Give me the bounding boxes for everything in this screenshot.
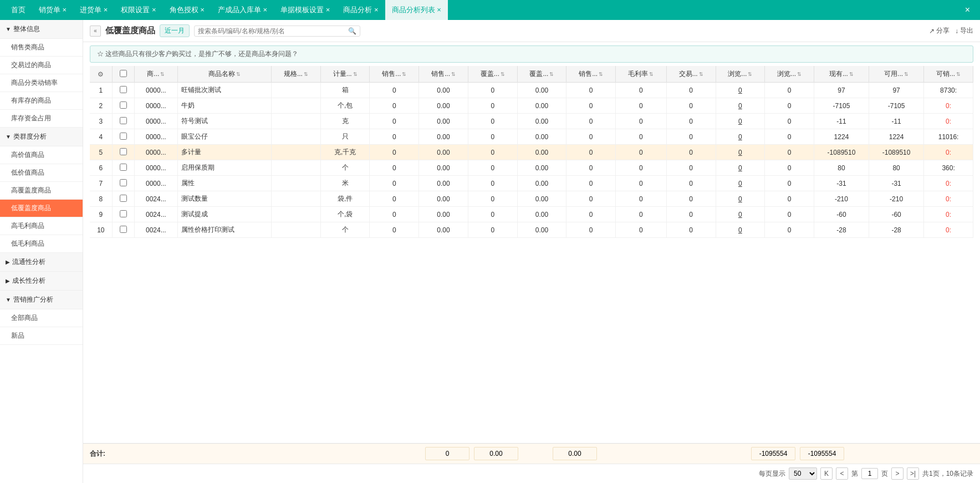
col-spec[interactable]: 规格...⇅ (272, 66, 321, 83)
col-unit[interactable]: 计量...⇅ (320, 66, 370, 83)
row-sales1: 0 (370, 145, 419, 160)
sidebar-item-all-goods[interactable]: 全部商品 (0, 309, 83, 327)
row-spec (272, 129, 321, 145)
row-checkbox[interactable] (112, 207, 134, 222)
nav-home[interactable]: 首页 (4, 0, 32, 20)
sidebar-item-sales-goods[interactable]: 销售类商品 (0, 39, 83, 57)
row-checkbox[interactable] (112, 222, 134, 238)
nav-permissions[interactable]: 权限设置 × (114, 0, 162, 20)
row-name: 牛奶 (177, 98, 272, 114)
totals-cover2: 0.00 (553, 447, 597, 460)
page-number-input[interactable] (861, 468, 878, 479)
sidebar-item-high-value[interactable]: 高价值商品 (0, 146, 83, 164)
row-browse1[interactable]: 0 (716, 222, 765, 238)
nav-roles[interactable]: 角色授权 × (163, 0, 211, 20)
nav-sales[interactable]: 销货单 × (32, 0, 73, 20)
sort-icon: ⇅ (304, 72, 308, 77)
nav-product-analysis[interactable]: 商品分析 × (336, 0, 385, 20)
col-stock2[interactable]: 可用...⇅ (869, 66, 924, 83)
export-button[interactable]: ↓ 导出 (955, 26, 973, 35)
share-button[interactable]: ↗ 分享 (929, 26, 950, 35)
sidebar-item-traded-goods[interactable]: 交易过的商品 (0, 57, 83, 74)
sidebar-item-category-rate[interactable]: 商品分类动销率 (0, 74, 83, 92)
row-sales2: 0.00 (419, 145, 468, 160)
row-stock1: -28 (814, 222, 869, 238)
close-all-button[interactable]: × (959, 0, 976, 20)
col-cover1[interactable]: 覆盖...⇅ (468, 66, 517, 83)
per-page-select[interactable]: 20 50 100 (789, 467, 817, 480)
row-unit: 米 (320, 176, 370, 191)
col-name[interactable]: 商品名称⇅ (177, 66, 272, 83)
row-browse1[interactable]: 0 (716, 83, 765, 98)
nav-template-settings[interactable]: 单据模板设置 × (274, 0, 336, 20)
row-sales2: 0.00 (419, 160, 468, 176)
prev-page-button[interactable]: < (836, 467, 848, 480)
col-checkbox[interactable] (112, 66, 134, 83)
row-browse1[interactable]: 0 (716, 160, 765, 176)
col-sales1[interactable]: 销售...⇅ (370, 66, 419, 83)
sidebar-item-in-stock[interactable]: 有库存的商品 (0, 92, 83, 110)
col-browse2[interactable]: 浏览...⇅ (765, 66, 814, 83)
collapse-sidebar-button[interactable]: « (90, 26, 101, 37)
sidebar-item-new-goods[interactable]: 新品 (0, 327, 83, 345)
first-page-button[interactable]: K (820, 467, 833, 480)
row-checkbox[interactable] (112, 145, 134, 160)
nav-product-analysis-list[interactable]: 商品分析列表 × (385, 0, 448, 20)
row-browse1[interactable]: 0 (716, 114, 765, 129)
sidebar-item-high-coverage[interactable]: 高覆盖度商品 (0, 182, 83, 200)
row-checkbox[interactable] (112, 176, 134, 191)
nav-products-in[interactable]: 产成品入库单 × (211, 0, 274, 20)
next-page-button[interactable]: > (891, 467, 904, 480)
totals-label: 合计: (90, 449, 105, 459)
row-sales3: 0 (566, 191, 616, 207)
col-trade[interactable]: 交易...⇅ (666, 66, 716, 83)
row-browse1[interactable]: 0 (716, 129, 765, 145)
row-browse1[interactable]: 0 (716, 191, 765, 207)
row-checkbox[interactable] (112, 83, 134, 98)
row-checkbox[interactable] (112, 98, 134, 114)
row-checkbox[interactable] (112, 114, 134, 129)
col-browse1[interactable]: 浏览...⇅ (716, 66, 765, 83)
sidebar-section-overview[interactable]: ▼ 整体信息 (0, 20, 83, 39)
sidebar-section-circulation[interactable]: ▶ 流通性分析 (0, 253, 83, 272)
row-checkbox[interactable] (112, 160, 134, 176)
col-cover2[interactable]: 覆盖...⇅ (517, 66, 566, 83)
sidebar-section-marketing[interactable]: ▼ 营销推广分析 (0, 291, 83, 309)
table-wrapper[interactable]: ⚙ 商...⇅ 商品名称⇅ 规格...⇅ 计量...⇅ 销售...⇅ 销售...… (83, 66, 980, 443)
select-all-checkbox[interactable] (120, 70, 127, 77)
sidebar: ▼ 整体信息 销售类商品 交易过的商品 商品分类动销率 有库存的商品 库存资金占… (0, 20, 83, 483)
row-browse1[interactable]: 0 (716, 98, 765, 114)
col-sales2[interactable]: 销售...⇅ (419, 66, 468, 83)
row-unit: 克,千克 (320, 145, 370, 160)
table-row: 50000...多计量克,千克00.0000.0000000-1089510-1… (90, 145, 973, 160)
sort-icon: ⇅ (748, 72, 752, 77)
col-sellable[interactable]: 可销...⇅ (924, 66, 973, 83)
search-input[interactable] (198, 27, 348, 35)
row-name: 启用保质期 (177, 160, 272, 176)
sidebar-item-high-margin[interactable]: 高毛利商品 (0, 217, 83, 235)
col-gross[interactable]: 毛利率⇅ (616, 66, 667, 83)
sidebar-item-low-margin[interactable]: 低毛利商品 (0, 235, 83, 253)
row-browse1[interactable]: 0 (716, 145, 765, 160)
sidebar-section-growth[interactable]: ▶ 成长性分析 (0, 272, 83, 291)
col-stock1[interactable]: 现有...⇅ (814, 66, 869, 83)
last-page-button[interactable]: >| (907, 467, 919, 480)
row-browse1[interactable]: 0 (716, 176, 765, 191)
settings-icon[interactable]: ⚙ (98, 70, 104, 78)
filter-period-button[interactable]: 近一月 (160, 24, 190, 37)
row-checkbox[interactable] (112, 129, 134, 145)
row-stock2: 1224 (869, 129, 924, 145)
row-checkbox[interactable] (112, 191, 134, 207)
sidebar-item-low-value[interactable]: 低价值商品 (0, 164, 83, 182)
row-browse1[interactable]: 0 (716, 207, 765, 222)
nav-purchase[interactable]: 进货单 × (73, 0, 114, 20)
col-sales3[interactable]: 销售...⇅ (566, 66, 616, 83)
sidebar-item-low-coverage[interactable]: 低覆盖度商品 (0, 200, 83, 217)
col-code[interactable]: 商...⇅ (135, 66, 177, 83)
col-settings[interactable]: ⚙ (90, 66, 112, 83)
row-code: 0000... (135, 98, 177, 114)
sidebar-section-cluster[interactable]: ▼ 类群度分析 (0, 128, 83, 146)
row-cover2: 0.00 (517, 114, 566, 129)
sidebar-item-stock-capital[interactable]: 库存资金占用 (0, 110, 83, 128)
table-row: 80024...测试数量袋,件00.0000.0000000-210-2100: (90, 191, 973, 207)
